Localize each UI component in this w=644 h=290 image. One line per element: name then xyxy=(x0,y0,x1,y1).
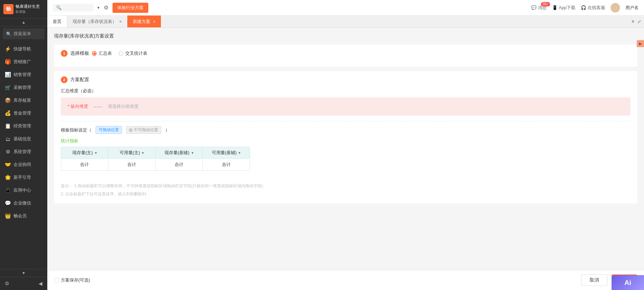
scroll-up-btn[interactable]: ▲ xyxy=(22,20,26,25)
topbar: 🔍 ▾ ⚙ 体验行业方案 💬 消息 99+ 📱 App下载 🎧 在线客服 用户名 xyxy=(47,0,644,16)
experience-btn[interactable]: 体验行业方案 xyxy=(113,3,148,13)
stats-header-row: 现存量(主) ▾ 可用量(主) ▾ 现存量(基辅) ▾ xyxy=(61,147,250,159)
sidebar-item-member[interactable]: 👑 畅会员 xyxy=(0,210,47,222)
sidebar-item-wechat[interactable]: 💬 企业微信 xyxy=(0,197,47,210)
stats-col2-data: 合计 xyxy=(108,159,156,170)
step2-num: 2 xyxy=(61,76,68,83)
indicator-settings: 模板指标设定（ 可拖动位置 不可拖动位置 ） 统计指标 现存量(主) xyxy=(61,121,630,198)
sidebar-item-inventory[interactable]: 📦 库存核算 xyxy=(0,94,47,107)
radio-crosstab[interactable]: 交叉统计表 xyxy=(119,50,147,56)
sidebar-item-purchase[interactable]: 🛒 采购管理 xyxy=(0,81,47,94)
content-area: 现存量(库存状况表)方案设置 1 选择模板 汇总表 交叉统计表 xyxy=(47,28,644,270)
aggregate-dim-label: 汇总维度（必选） xyxy=(61,88,630,94)
stats-col4-header[interactable]: 可用量(基辅) ▾ xyxy=(203,147,250,159)
messages-action[interactable]: 💬 消息 99+ xyxy=(531,5,547,11)
operations-icon: 📋 xyxy=(5,123,11,129)
topbar-actions: 💬 消息 99+ 📱 App下载 🎧 在线客服 用户名 xyxy=(531,3,639,13)
tab-inventory-status[interactable]: 现存量（库存状况表） × xyxy=(67,16,127,27)
tab-new-plan-close-icon[interactable]: × xyxy=(153,19,155,24)
app-name: 畅康通好生意 xyxy=(16,4,40,9)
wechat-icon: 💬 xyxy=(5,200,11,206)
radio-summary-circle xyxy=(92,51,97,56)
stats-table: 现存量(主) ▾ 可用量(主) ▾ 现存量(基辅) ▾ xyxy=(61,147,250,171)
sidebar-item-new-guide[interactable]: 🌟 新手引导 xyxy=(0,171,47,184)
stats-col3-data: 合计 xyxy=(156,159,203,170)
sidebar-item-app-center[interactable]: 📱 应用中心 xyxy=(0,184,47,197)
step2-header: 2 方案配置 xyxy=(61,76,630,83)
step1-label: 选择模板 xyxy=(70,50,89,56)
indicator-label-row: 模板指标设定（ 可拖动位置 不可拖动位置 ） xyxy=(61,126,630,134)
panel-controls: ▶ xyxy=(637,40,644,47)
collapse-footer-icon[interactable]: ◀ xyxy=(39,281,43,287)
online-service-icon: 🎧 xyxy=(581,5,586,10)
step1-num: 1 xyxy=(61,50,68,57)
ai-assistant-button[interactable]: Ai xyxy=(612,275,644,290)
stats-data-row: 合计 合计 合计 合计 xyxy=(61,159,250,170)
online-service-action[interactable]: 🎧 在线客服 xyxy=(581,5,605,11)
step2-label: 方案配置 xyxy=(70,77,89,83)
sidebar: 畅 畅康通好生意 标准版 ▲ 🔍 搜索菜单 ⚡ 快捷导航 🎁 营销推广 📊 销售… xyxy=(0,0,47,290)
stats-col2-header[interactable]: 可用量(主) ▾ xyxy=(108,147,156,159)
messages-badge: 99+ xyxy=(541,2,550,6)
new-guide-icon: 🌟 xyxy=(5,174,11,180)
save-option[interactable]: 方案保存(可选) xyxy=(54,277,90,283)
quick-nav-icon: ⚡ xyxy=(5,46,11,52)
dimension-row[interactable]: * 纵向维度 —— 请选择分组维度 xyxy=(61,97,630,116)
tab-expand-icon[interactable]: ⤢ xyxy=(637,19,641,24)
tab-home[interactable]: 首页 xyxy=(47,16,67,27)
radio-summary[interactable]: 汇总表 xyxy=(92,50,112,56)
sidebar-item-marketing[interactable]: 🎁 营销推广 xyxy=(0,55,47,68)
tag-immovable: 不可拖动位置 xyxy=(126,126,161,134)
tip-prefix: 提示： 1.拖动标题栏可以调整布局，不可跨维度或指标区域拖动栏目字段(只能在同一… xyxy=(61,182,630,190)
member-icon: 👑 xyxy=(5,213,11,219)
vertical-dim-label: * 纵向维度 xyxy=(68,103,88,110)
save-checkbox[interactable] xyxy=(54,278,59,283)
system-icon: ⚙ xyxy=(5,149,11,155)
sales-icon: 📊 xyxy=(5,72,11,78)
search-icon: 🔍 xyxy=(6,31,11,37)
stats-col4-data: 合计 xyxy=(203,159,250,170)
scroll-down-btn[interactable]: ▼ xyxy=(22,271,26,275)
purchase-icon: 🛒 xyxy=(5,84,11,91)
sidebar-item-basic-info[interactable]: 🗂 基础信息 xyxy=(0,132,47,145)
sidebar-item-system[interactable]: ⚙ 系统管理 xyxy=(0,145,47,158)
basic-info-icon: 🗂 xyxy=(5,136,11,142)
cancel-button[interactable]: 取消 xyxy=(581,274,608,286)
topbar-search-input[interactable] xyxy=(64,5,84,10)
topbar-dropdown-icon[interactable]: ▾ xyxy=(97,5,100,10)
stats-col1-header[interactable]: 现存量(主) ▾ xyxy=(61,147,108,159)
settings-footer-icon[interactable]: ⚙ xyxy=(5,281,9,287)
topbar-search-box[interactable]: 🔍 xyxy=(53,4,93,11)
app-download-action[interactable]: 📱 App下载 xyxy=(552,5,575,11)
tab-inventory-close-icon[interactable]: × xyxy=(119,19,122,24)
col3-chevron-icon[interactable]: ▾ xyxy=(192,151,194,155)
bottom-bar: 方案保存(可选) 取消 查询 xyxy=(47,270,644,290)
sidebar-item-quick-nav[interactable]: ⚡ 快捷导航 xyxy=(0,43,47,55)
inventory-icon: 📦 xyxy=(5,97,11,103)
user-avatar[interactable] xyxy=(611,3,620,13)
search-menu-item[interactable]: 🔍 搜索菜单 xyxy=(3,28,45,39)
sidebar-item-operations[interactable]: 📋 经营管理 xyxy=(0,120,47,132)
sidebar-item-sales[interactable]: 📊 销售管理 xyxy=(0,68,47,81)
logo-icon: 畅 xyxy=(3,4,14,14)
username-text[interactable]: 用户名 xyxy=(625,5,639,11)
marketing-icon: 🎁 xyxy=(5,59,11,65)
tabs-bar: 首页 现存量（库存状况表） × 新建方案 × × ⤢ xyxy=(47,16,644,28)
topbar-gear-icon[interactable]: ⚙ xyxy=(104,4,108,11)
tab-new-plan[interactable]: 新建方案 × xyxy=(127,16,161,27)
stats-col3-header[interactable]: 现存量(基辅) ▾ xyxy=(156,147,203,159)
sidebar-item-enterprise[interactable]: 🤝 企业协同 xyxy=(0,158,47,171)
col2-chevron-icon[interactable]: ▾ xyxy=(142,151,144,155)
app-download-icon: 📱 xyxy=(552,5,558,10)
stats-col1-data: 合计 xyxy=(61,159,108,170)
col4-chevron-icon[interactable]: ▾ xyxy=(239,151,241,155)
app-center-icon: 📱 xyxy=(5,187,11,193)
sidebar-footer: ⚙ ◀ xyxy=(0,277,47,290)
main-area: 🔍 ▾ ⚙ 体验行业方案 💬 消息 99+ 📱 App下载 🎧 在线客服 用户名 xyxy=(47,0,644,290)
sidebar-item-finance[interactable]: 💰 资金管理 xyxy=(0,107,47,120)
tab-close-all-icon[interactable]: × xyxy=(631,19,635,25)
section-template: 1 选择模板 汇总表 交叉统计表 xyxy=(54,45,637,67)
finance-icon: 💰 xyxy=(5,110,11,116)
panel-ctrl-1[interactable]: ▶ xyxy=(637,40,644,47)
col1-chevron-icon[interactable]: ▾ xyxy=(95,151,97,155)
